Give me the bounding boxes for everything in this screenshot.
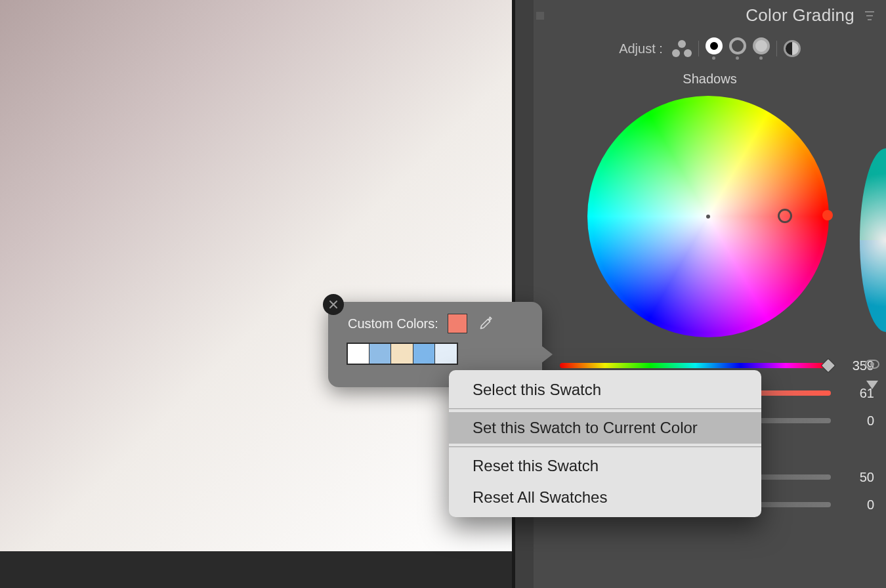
eyedropper-icon[interactable] (476, 315, 494, 332)
adjust-midtones-button[interactable] (729, 37, 746, 60)
adjust-global-button[interactable] (784, 40, 801, 57)
wheel-center-icon (706, 215, 710, 219)
wheel-hue-indicator[interactable] (822, 210, 833, 220)
swatch-1[interactable] (348, 344, 369, 364)
swatch-context-menu: Select this Swatch Set this Swatch to Cu… (449, 370, 761, 517)
menu-reset-swatch[interactable]: Reset this Swatch (449, 450, 761, 482)
menu-separator (449, 408, 761, 410)
midtones-wheel-peek[interactable] (860, 148, 886, 332)
wheel-picker-handle[interactable] (778, 209, 792, 223)
wheel-label: Shadows (534, 62, 886, 92)
visibility-toggle-icon[interactable] (865, 360, 879, 369)
lum-value[interactable]: 0 (840, 413, 874, 429)
photo-preview[interactable] (0, 0, 512, 551)
blending-value[interactable]: 50 (840, 470, 874, 485)
swatch-2[interactable] (369, 344, 391, 364)
menu-reset-all[interactable]: Reset All Swatches (449, 482, 761, 513)
balance-value[interactable]: 0 (840, 497, 874, 513)
menu-set-swatch[interactable]: Set this Swatch to Current Color (449, 412, 761, 444)
panel-title[interactable]: Color Grading (746, 5, 854, 26)
popup-current-swatch[interactable] (448, 314, 467, 333)
separator (698, 41, 699, 56)
popup-close-button[interactable] (323, 294, 344, 315)
panel-menu-icon[interactable] (864, 11, 875, 20)
menu-select-swatch[interactable]: Select this Swatch (449, 374, 761, 406)
adjust-three-way-button[interactable] (672, 40, 692, 57)
adjust-highlights-button[interactable] (753, 37, 770, 60)
color-wheel-area (534, 92, 886, 348)
swatch-3[interactable] (391, 344, 413, 364)
menu-separator (449, 446, 761, 448)
adjust-mode-row: Adjust : (534, 31, 886, 62)
disclosure-triangle-icon[interactable] (866, 381, 878, 389)
shadows-color-wheel[interactable] (587, 96, 829, 337)
swatch-5[interactable] (435, 344, 457, 364)
hue-slider[interactable] (560, 363, 831, 368)
adjust-label: Adjust : (619, 41, 663, 56)
separator (776, 41, 777, 56)
adjust-shadows-button[interactable] (706, 37, 723, 60)
swatch-4[interactable] (413, 344, 435, 364)
hue-slider-thumb[interactable] (821, 358, 836, 373)
panel-header: Color Grading (534, 0, 886, 31)
swatch-strip (347, 343, 458, 365)
panel-toggle-icon[interactable] (536, 12, 544, 20)
custom-colors-label: Custom Colors: (348, 316, 438, 331)
canvas-area (0, 0, 512, 588)
